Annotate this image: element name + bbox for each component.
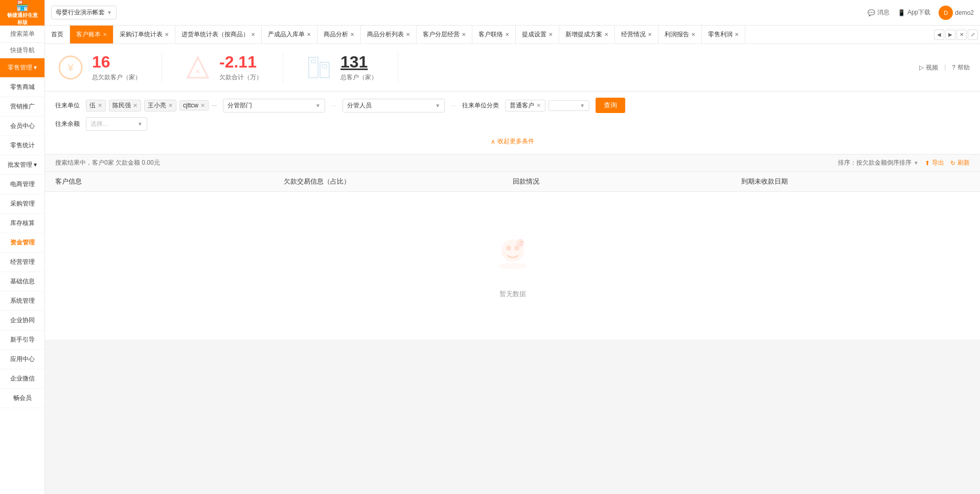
- sidebar-item-purchase-mgmt[interactable]: 采购管理: [0, 194, 44, 214]
- sidebar-quick-nav[interactable]: 快捷导航: [0, 43, 44, 58]
- filter-tag-chen-close[interactable]: ✕: [133, 102, 138, 109]
- tab-close-customer-book[interactable]: ✕: [103, 32, 107, 37]
- table-header: 客户信息 欠款交易信息（占比） 回款情况 到期未收款日期: [45, 172, 980, 192]
- sidebar-item-member-center[interactable]: 会员中心: [0, 117, 44, 136]
- main-area: 母婴行业演示帐套 ▼ 💬 消息 📱 App下载 D demo2 首页 客户账本 …: [45, 0, 980, 494]
- sidebar-item-system-mgmt[interactable]: 系统管理: [0, 291, 44, 311]
- filter-tag-cjttcw-close[interactable]: ✕: [200, 102, 205, 109]
- tab-close-retail-profit[interactable]: ✕: [735, 32, 739, 37]
- tab-close-customer-contact[interactable]: ✕: [505, 32, 509, 37]
- filter-area: 往来单位 伍 ✕ 陈民强 ✕ 王小亮 ✕ cjttcw: [45, 92, 980, 154]
- table-col-repayment: 回款情况: [513, 177, 741, 186]
- tab-retail-profit[interactable]: 零售利润 ✕: [702, 26, 745, 44]
- person-select[interactable]: 分管人员 ▼: [343, 99, 445, 113]
- balance-select[interactable]: 选择... ▼: [86, 117, 147, 131]
- account-selector[interactable]: 母婴行业演示帐套 ▼: [51, 6, 117, 19]
- tab-close-product-analysis-list[interactable]: ✕: [406, 32, 410, 37]
- tab-close-new-improve-plan[interactable]: ✕: [604, 32, 608, 37]
- sidebar-item-basic-info[interactable]: 基础信息: [0, 272, 44, 291]
- tab-close-product-analysis[interactable]: ✕: [350, 32, 354, 37]
- refresh-btn[interactable]: ↻ 刷新: [950, 159, 970, 167]
- dept-select[interactable]: 分管部门 ▼: [223, 99, 325, 113]
- tab-customer-contact[interactable]: 客户联络 ✕: [472, 26, 516, 44]
- category-filter-label: 往来单位分类: [462, 101, 499, 110]
- sidebar-item-retail-stats[interactable]: 零售统计: [0, 136, 44, 155]
- filter-tag-cjttcw: cjttcw ✕: [179, 100, 209, 110]
- export-btn[interactable]: ⬆ 导出: [925, 159, 944, 167]
- category-tag-normal-close[interactable]: ✕: [536, 102, 541, 109]
- svg-text:¥: ¥: [67, 62, 74, 73]
- tab-purchase-order-stats[interactable]: 采购订单统计表 ✕: [113, 26, 175, 44]
- category-select[interactable]: ▼: [549, 100, 589, 111]
- tabs-prev-btn[interactable]: ◀: [934, 30, 944, 40]
- tab-operations-status[interactable]: 经营情况 ✕: [615, 26, 658, 44]
- total-credit-customers-value: 16: [92, 53, 141, 71]
- tab-improve-settings[interactable]: 提成设置 ✕: [516, 26, 559, 44]
- sidebar-item-retail-mgmt[interactable]: 零售管理 ▾: [0, 58, 44, 78]
- empty-icon: [492, 233, 533, 283]
- tab-close-production-inbound[interactable]: ✕: [307, 32, 311, 37]
- app-download-btn[interactable]: 📱 App下载: [898, 8, 930, 17]
- collapse-filters-btn[interactable]: ∧ 收起更多条件: [55, 135, 970, 148]
- sort-selector[interactable]: 排序：按欠款金额倒序排序 ▼: [838, 159, 919, 167]
- sidebar-search[interactable]: 搜索菜单: [0, 26, 44, 43]
- filter-tag-wu-close[interactable]: ✕: [98, 102, 102, 109]
- tab-close-profit-report[interactable]: ✕: [691, 32, 695, 37]
- credit-total-icon: ✕: [183, 52, 213, 83]
- sidebar-item-enterprise-wechat[interactable]: 企业微信: [0, 369, 44, 389]
- tab-customer-book[interactable]: 客户账本 ✕: [70, 26, 113, 44]
- export-icon: ⬆: [925, 160, 930, 167]
- app-download-icon: 📱: [898, 9, 905, 16]
- video-icon: ▷: [919, 64, 924, 71]
- tab-close-inbound-stats[interactable]: ✕: [251, 32, 255, 37]
- message-btn[interactable]: 💬 消息: [868, 8, 890, 17]
- results-summary: 搜索结果中，客户0家 欠款金额 0.00元: [55, 159, 160, 167]
- sidebar-item-wholesale-mgmt[interactable]: 批发管理 ▾: [0, 155, 44, 175]
- avatar: D: [939, 6, 953, 20]
- tab-product-analysis-list[interactable]: 商品分析列表 ✕: [361, 26, 417, 44]
- sidebar-item-capital-mgmt[interactable]: 资金管理: [0, 233, 44, 253]
- user-avatar-area[interactable]: D demo2: [939, 6, 974, 20]
- tab-close-improve-settings[interactable]: ✕: [549, 32, 553, 37]
- results-bar: 搜索结果中，客户0家 欠款金额 0.00元 排序：按欠款金额倒序排序 ▼ ⬆ 导…: [45, 154, 980, 172]
- tab-close-operations-status[interactable]: ✕: [648, 32, 652, 37]
- tab-home[interactable]: 首页: [45, 26, 70, 44]
- svg-point-10: [506, 245, 511, 251]
- sidebar-item-marketing[interactable]: 营销推广: [0, 97, 44, 117]
- tab-new-improve-plan[interactable]: 新增提成方案 ✕: [559, 26, 615, 44]
- filter-tag-wang-close[interactable]: ✕: [168, 102, 173, 109]
- topbar-right: 💬 消息 📱 App下载 D demo2: [868, 6, 974, 20]
- tab-production-inbound[interactable]: 产成品入库单 ✕: [262, 26, 317, 44]
- sidebar-item-new-user-guide[interactable]: 新手引导: [0, 330, 44, 350]
- tabs-close-all-btn[interactable]: ✕: [956, 30, 967, 40]
- table-wrap: 客户信息 欠款交易信息（占比） 回款情况 到期未收款日期: [45, 172, 980, 340]
- svg-rect-7: [323, 65, 327, 68]
- tabs-next-btn[interactable]: ▶: [945, 30, 955, 40]
- message-icon: 💬: [868, 9, 875, 16]
- tab-inbound-stats[interactable]: 进货单统计表（按商品） ✕: [175, 26, 262, 44]
- sidebar-item-operations-mgmt[interactable]: 经营管理: [0, 253, 44, 272]
- filter-more-tags[interactable]: ···: [212, 102, 217, 109]
- sidebar: 🏪 畅捷通好生意 标版 搜索菜单 快捷导航 零售管理 ▾ 零售商城 营销推广 会…: [0, 0, 45, 494]
- sidebar-item-enterprise-collab[interactable]: 企业协同: [0, 311, 44, 330]
- video-help-btn[interactable]: ▷ 视频: [919, 63, 938, 72]
- sidebar-item-vip-member[interactable]: 畅会员: [0, 389, 44, 408]
- tab-close-customer-tier[interactable]: ✕: [462, 32, 466, 37]
- stat-help-area: ▷ 视频 | ? 帮助: [919, 63, 970, 72]
- help-icon: ?: [952, 64, 955, 71]
- table-col-due-date: 到期未收款日期: [741, 177, 970, 186]
- sidebar-item-ecommerce-mgmt[interactable]: 电商管理: [0, 175, 44, 194]
- sidebar-item-app-center[interactable]: 应用中心: [0, 350, 44, 369]
- help-btn[interactable]: ? 帮助: [952, 63, 970, 72]
- query-button[interactable]: 查询: [596, 98, 625, 113]
- tab-close-purchase-order-stats[interactable]: ✕: [165, 32, 169, 37]
- total-credit-customers-label: 总欠款客户（家）: [92, 73, 141, 82]
- sidebar-item-inventory[interactable]: 库存核算: [0, 214, 44, 233]
- sidebar-item-retail-mall[interactable]: 零售商城: [0, 78, 44, 97]
- tab-product-analysis[interactable]: 商品分析 ✕: [317, 26, 361, 44]
- tabs-maximize-btn[interactable]: ⤢: [968, 30, 978, 40]
- tab-customer-tier[interactable]: 客户分层经营 ✕: [417, 26, 472, 44]
- topbar: 母婴行业演示帐套 ▼ 💬 消息 📱 App下载 D demo2: [45, 0, 980, 26]
- empty-text: 暂无数据: [499, 289, 526, 299]
- tab-profit-report[interactable]: 利润报告 ✕: [658, 26, 702, 44]
